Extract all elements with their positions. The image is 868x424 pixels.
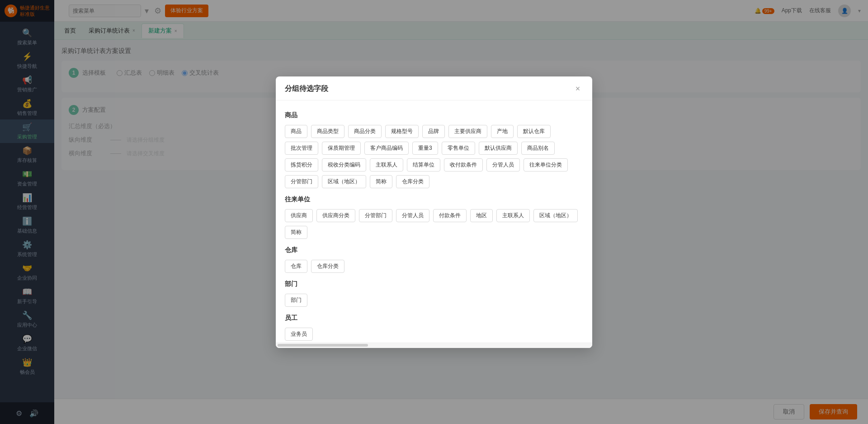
field-tag-商品分类[interactable]: 商品分类 — [348, 125, 382, 138]
field-tag-付款条件[interactable]: 付款条件 — [433, 209, 467, 222]
field-tag-规格型号[interactable]: 规格型号 — [385, 125, 419, 138]
dialog-close-button[interactable]: × — [572, 84, 583, 95]
field-tag-品牌[interactable]: 品牌 — [422, 125, 445, 138]
field-tag-默认供应商[interactable]: 默认供应商 — [479, 142, 518, 155]
field-tag-批次管理[interactable]: 批次管理 — [285, 142, 318, 155]
field-tag-商品别名[interactable]: 商品别名 — [521, 142, 555, 155]
section-title-部门: 部门 — [285, 280, 583, 288]
field-tag-商品[interactable]: 商品 — [285, 125, 307, 138]
field-grid-部门: 部门 — [285, 294, 583, 307]
field-grid-商品: 商品商品类型商品分类规格型号品牌主要供应商产地默认仓库批次管理保质期管理客户商品… — [285, 125, 583, 188]
field-select-dialog: 分组待选字段 × 商品商品商品类型商品分类规格型号品牌主要供应商产地默认仓库批次… — [276, 76, 592, 348]
field-tag-简称[interactable]: 简称 — [285, 226, 307, 239]
field-tag-零售单位[interactable]: 零售单位 — [442, 142, 475, 155]
field-tag-客户商品编码[interactable]: 客户商品编码 — [364, 142, 409, 155]
section-title-商品: 商品 — [285, 111, 583, 119]
field-tag-区域（地区）[interactable]: 区域（地区） — [322, 175, 366, 188]
field-tag-商品类型[interactable]: 商品类型 — [311, 125, 344, 138]
section-title-往来单位: 往来单位 — [285, 195, 583, 204]
dialog-horizontal-scrollbar[interactable] — [276, 343, 592, 348]
field-tag-往来单位分类[interactable]: 往来单位分类 — [524, 158, 568, 172]
field-tag-仓库分类[interactable]: 仓库分类 — [396, 175, 429, 188]
field-tag-产地[interactable]: 产地 — [491, 125, 514, 138]
field-tag-税收分类编码[interactable]: 税收分类编码 — [322, 158, 366, 172]
field-tag-保质期管理[interactable]: 保质期管理 — [322, 142, 361, 155]
field-tag-仓库[interactable]: 仓库 — [285, 260, 307, 273]
section-title-员工: 员工 — [285, 314, 583, 322]
field-tag-主联系人[interactable]: 主联系人 — [370, 158, 403, 172]
field-tag-业务员[interactable]: 业务员 — [285, 328, 313, 341]
field-tag-部门[interactable]: 部门 — [285, 294, 307, 307]
field-tag-分管人员[interactable]: 分管人员 — [486, 158, 520, 172]
field-tag-简称[interactable]: 简称 — [370, 175, 392, 188]
field-tag-重量3[interactable]: 重量3 — [412, 142, 438, 155]
field-tag-分管部门[interactable]: 分管部门 — [285, 175, 318, 188]
section-title-仓库: 仓库 — [285, 246, 583, 254]
field-grid-仓库: 仓库仓库分类 — [285, 260, 583, 273]
field-tag-供应商分类[interactable]: 供应商分类 — [316, 209, 355, 222]
field-tag-区域（地区）[interactable]: 区域（地区） — [533, 209, 578, 222]
dialog-title: 分组待选字段 — [285, 84, 328, 94]
field-grid-往来单位: 供应商供应商分类分管部门分管人员付款条件地区主联系人区域（地区）简称 — [285, 209, 583, 239]
field-tag-主要供应商[interactable]: 主要供应商 — [448, 125, 487, 138]
field-tag-分管人员[interactable]: 分管人员 — [396, 209, 429, 222]
field-tag-收付款条件[interactable]: 收付款条件 — [444, 158, 483, 172]
field-tag-供应商[interactable]: 供应商 — [285, 209, 313, 222]
field-tag-拣货积分[interactable]: 拣货积分 — [285, 158, 318, 172]
overlay: 分组待选字段 × 商品商品商品类型商品分类规格型号品牌主要供应商产地默认仓库批次… — [0, 0, 868, 424]
dialog-header: 分组待选字段 × — [276, 76, 592, 100]
dialog-body: 商品商品商品类型商品分类规格型号品牌主要供应商产地默认仓库批次管理保质期管理客户… — [276, 100, 592, 343]
h-scroll-thumb — [278, 344, 368, 347]
field-grid-员工: 业务员 — [285, 328, 583, 341]
field-tag-地区[interactable]: 地区 — [470, 209, 493, 222]
field-tag-主联系人[interactable]: 主联系人 — [496, 209, 530, 222]
field-tag-分管部门[interactable]: 分管部门 — [359, 209, 392, 222]
field-tag-默认仓库[interactable]: 默认仓库 — [517, 125, 551, 138]
field-tag-结算单位[interactable]: 结算单位 — [407, 158, 440, 172]
field-tag-仓库分类[interactable]: 仓库分类 — [311, 260, 344, 273]
